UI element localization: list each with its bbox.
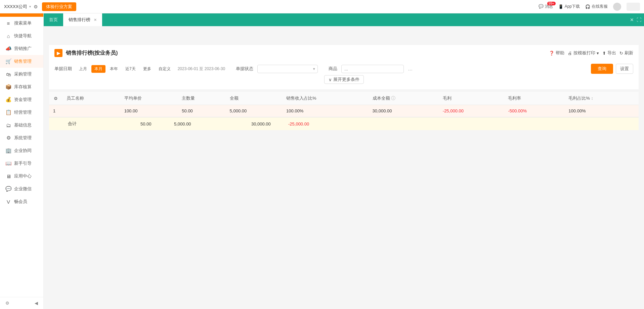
sidebar-label-app-center: 应用中心: [14, 173, 32, 179]
col-gross: 毛利: [439, 92, 504, 105]
sort-icon[interactable]: ↕: [591, 96, 594, 101]
user-avatar[interactable]: [613, 3, 621, 11]
sidebar-label-inventory: 库存核算: [14, 84, 32, 90]
cell-sales-pct: 100.00%: [282, 105, 369, 117]
sidebar-bottom: ⚙ ◀: [0, 297, 43, 309]
sidebar-item-member[interactable]: V 畅会员: [0, 195, 43, 208]
wechat-icon: 💬: [5, 186, 11, 192]
back-arrow-icon[interactable]: ▶: [54, 49, 62, 57]
sidebar: 畅康通好生意 标准版 ≡ 搜索菜单 ⌂ 快捷导航 📣 营销推广 🛒 销售管理 🛍…: [0, 0, 44, 309]
status-select[interactable]: [257, 65, 318, 73]
export-icon: ⬆: [602, 51, 606, 56]
help-btn[interactable]: ❓ 帮助: [549, 50, 564, 56]
tab-sales-rank[interactable]: 销售排行榜 ✕: [63, 13, 102, 26]
export-btn[interactable]: ⬆ 导出: [602, 50, 616, 56]
sidebar-item-enterprise[interactable]: 🏢 企业协同: [0, 144, 43, 157]
refresh-btn[interactable]: ↻ 刷新: [619, 50, 633, 56]
date-filter-label: 单据日期: [54, 66, 72, 72]
tab-sales-rank-label: 销售排行榜: [69, 17, 90, 23]
sidebar-label-quick-nav: 快捷导航: [14, 33, 32, 39]
sidebar-item-quick-nav[interactable]: ⌂ 快捷导航: [0, 30, 43, 42]
sidebar-item-search-order[interactable]: ≡ 搜索菜单: [0, 17, 43, 30]
template-print-btn[interactable]: 🖨 按模板打印 ▾: [568, 50, 599, 56]
operation-icon: 📋: [5, 109, 11, 115]
sidebar-label-guide: 新手引导: [14, 160, 32, 166]
page-actions: ❓ 帮助 🖨 按模板打印 ▾ ⬆ 导出 ↻ 刷新: [549, 50, 633, 56]
setting-btn[interactable]: 设置: [616, 64, 633, 74]
goods-input[interactable]: [341, 65, 404, 73]
sidebar-item-sales[interactable]: 🛒 销售管理: [0, 55, 43, 68]
sidebar-item-operation[interactable]: 📋 经营管理: [0, 106, 43, 119]
help-icon: ❓: [549, 51, 554, 56]
table-footer: 合计 50.00 5,000.00 30,000.00 -25,000.00: [49, 117, 639, 130]
app-label: App下载: [565, 4, 580, 9]
date-tab-this-month[interactable]: 本月: [91, 65, 105, 73]
trial-btn[interactable]: 体验行业方案: [42, 2, 76, 11]
tab-close-all-icon[interactable]: ✕: [630, 17, 634, 22]
date-tab-more[interactable]: 更多: [140, 65, 154, 73]
date-tabs: 上月 本月 本年 近7天 更多 自定义: [76, 65, 174, 73]
cell-name: [62, 105, 120, 117]
goods-filter-label: 商品: [329, 66, 337, 72]
col-sales-pct: 销售收入占比%: [282, 92, 369, 105]
top-header: XXXXX公司 ▾ ⚙ 体验行业方案 💬 消息 99+ 📱 App下载 🎧 在线…: [0, 0, 644, 13]
sidebar-item-finance[interactable]: 💰 资金管理: [0, 93, 43, 106]
sidebar-item-purchase[interactable]: 🛍 采购管理: [0, 68, 43, 81]
col-main-qty: 主数量: [178, 92, 225, 105]
expand-label: 展开更多条件: [333, 76, 359, 83]
header-settings-icon[interactable]: ⚙: [34, 4, 38, 9]
main-content: ▶ 销售排行榜(按业务员) ❓ 帮助 🖨 按模板打印 ▾ ⬆ 导出: [44, 0, 644, 309]
expand-btn[interactable]: ∨ 展开更多条件: [324, 75, 364, 84]
user-name[interactable]: [627, 3, 640, 11]
sidebar-item-marketing[interactable]: 📣 营销推广: [0, 42, 43, 55]
footer-gross: -25,000.00: [288, 121, 322, 126]
app-download-btn[interactable]: 📱 App下载: [558, 4, 580, 9]
message-btn[interactable]: 💬 消息 99+: [539, 4, 553, 9]
company-selector[interactable]: XXXXX公司 ▾: [4, 4, 31, 10]
date-tab-this-year[interactable]: 本年: [107, 65, 121, 73]
cell-amount: 5,000.00: [226, 105, 283, 117]
filter-row-1: 单据日期 上月 本月 本年 近7天 更多 自定义 2023-06-01 至 20…: [54, 64, 633, 74]
sidebar-label-operation: 经营管理: [14, 109, 32, 115]
sidebar-item-basic[interactable]: 🗂 基础信息: [0, 119, 43, 132]
guide-icon: 📖: [5, 160, 11, 166]
cell-gross-rate: -500.00%: [504, 105, 564, 117]
sidebar-item-system[interactable]: ⚙ 系统管理: [0, 132, 43, 144]
tab-close-icon[interactable]: ✕: [94, 18, 97, 22]
tab-fullscreen-icon[interactable]: ⛶: [637, 17, 641, 22]
col-gross-pct: 毛利占比% ↕: [564, 92, 639, 105]
date-tab-7days[interactable]: 近7天: [122, 65, 139, 73]
purchase-icon: 🛍: [5, 71, 11, 77]
sidebar-settings-icon[interactable]: ⚙: [5, 301, 9, 306]
online-service-btn[interactable]: 🎧 在线客服: [585, 4, 608, 9]
goods-more-icon[interactable]: …: [408, 66, 413, 71]
sidebar-label-purchase: 采购管理: [14, 71, 32, 77]
sidebar-item-wechat[interactable]: 💬 企业微信: [0, 183, 43, 195]
sidebar-item-guide[interactable]: 📖 新手引导: [0, 157, 43, 170]
sidebar-label-enterprise: 企业协同: [14, 148, 32, 154]
sidebar-item-inventory[interactable]: 📦 库存核算: [0, 81, 43, 93]
marketing-icon: 📣: [5, 46, 11, 52]
date-range-display: 2023-06-01 至 2023-06-30: [178, 66, 225, 72]
app-icon: 📱: [558, 4, 563, 9]
sidebar-item-app-center[interactable]: 🖥 应用中心: [0, 170, 43, 183]
expand-arrow-icon: ∨: [329, 77, 332, 82]
cost-info-icon[interactable]: ⓘ: [391, 96, 395, 101]
sales-icon: 🛒: [5, 58, 11, 64]
sidebar-collapse-icon[interactable]: ◀: [35, 301, 38, 306]
inventory-icon: 📦: [5, 84, 11, 90]
service-label: 在线客服: [592, 4, 608, 9]
col-settings[interactable]: ⚙: [49, 92, 62, 105]
data-table: ⚙ 员工名称 平均单价 主数量 全额 销售收入占比% 成本全额 ⓘ 毛利 毛利率: [49, 92, 639, 117]
tab-home[interactable]: 首页: [44, 13, 63, 26]
footer-main-qty: 50.00: [140, 121, 174, 126]
cell-gross: -25,000.00: [439, 105, 504, 117]
tab-home-label: 首页: [49, 17, 58, 23]
table-row: 1100.0050.005,000.00100.00%30,000.00-25,…: [49, 105, 639, 117]
date-tab-last-month[interactable]: 上月: [76, 65, 90, 73]
date-tab-custom[interactable]: 自定义: [156, 65, 174, 73]
system-icon: ⚙: [5, 135, 11, 141]
query-btn[interactable]: 查询: [591, 64, 613, 74]
service-icon: 🎧: [585, 4, 590, 9]
cell-main-qty: 50.00: [178, 105, 225, 117]
